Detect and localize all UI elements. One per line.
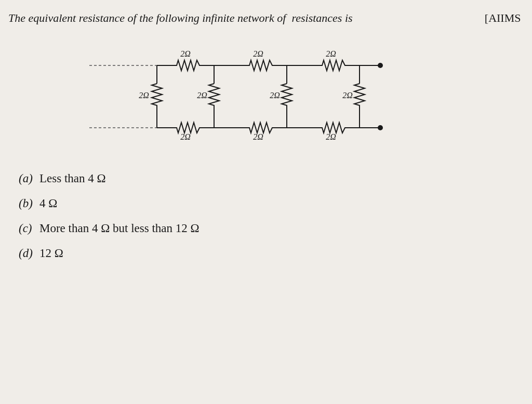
option-d-text: 12 Ω [39, 247, 63, 260]
svg-text:2Ω: 2Ω [253, 132, 263, 141]
option-a: (a) Less than 4 Ω [19, 172, 524, 185]
svg-point-17 [378, 125, 383, 130]
circuit-diagram: .wire { stroke: #1a1a1a; stroke-width: 2… [84, 37, 448, 156]
option-c-label: (c) [19, 222, 33, 235]
options-list: (a) Less than 4 Ω (b) 4 Ω (c) More than … [8, 172, 524, 260]
svg-text:2Ω: 2Ω [253, 49, 263, 58]
svg-text:2Ω: 2Ω [180, 49, 191, 58]
svg-text:2Ω: 2Ω [270, 91, 280, 100]
option-d: (d) 12 Ω [19, 247, 524, 260]
option-b-text: 4 Ω [39, 197, 57, 210]
question-text: The equivalent resistance of the followi… [8, 9, 524, 26]
option-a-label: (a) [19, 172, 33, 185]
question-container: The equivalent resistance of the followi… [8, 9, 524, 260]
option-c: (c) More than 4 Ω but less than 12 Ω [19, 222, 524, 235]
option-b-label: (b) [19, 197, 33, 210]
svg-text:2Ω: 2Ω [326, 132, 336, 141]
svg-text:2Ω: 2Ω [326, 49, 336, 58]
option-b: (b) 4 Ω [19, 197, 524, 210]
svg-text:2Ω: 2Ω [180, 132, 191, 141]
svg-text:2Ω: 2Ω [139, 91, 149, 100]
option-c-text: More than 4 Ω but less than 12 Ω [39, 222, 200, 235]
svg-point-9 [378, 63, 383, 68]
source-tag: [AIIMS [485, 9, 524, 26]
option-a-text: Less than 4 Ω [39, 172, 106, 185]
option-d-label: (d) [19, 247, 33, 260]
svg-text:2Ω: 2Ω [197, 91, 207, 100]
svg-text:2Ω: 2Ω [342, 91, 353, 100]
